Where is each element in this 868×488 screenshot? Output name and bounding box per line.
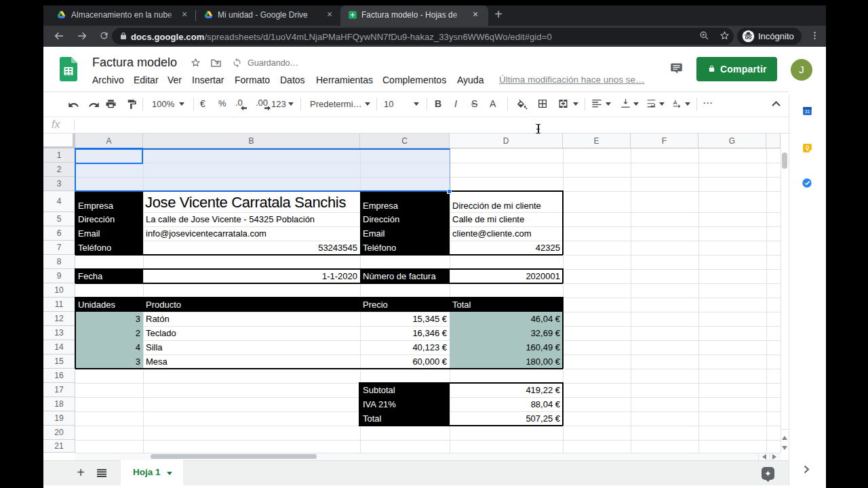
svg-text:31: 31 <box>805 109 810 114</box>
